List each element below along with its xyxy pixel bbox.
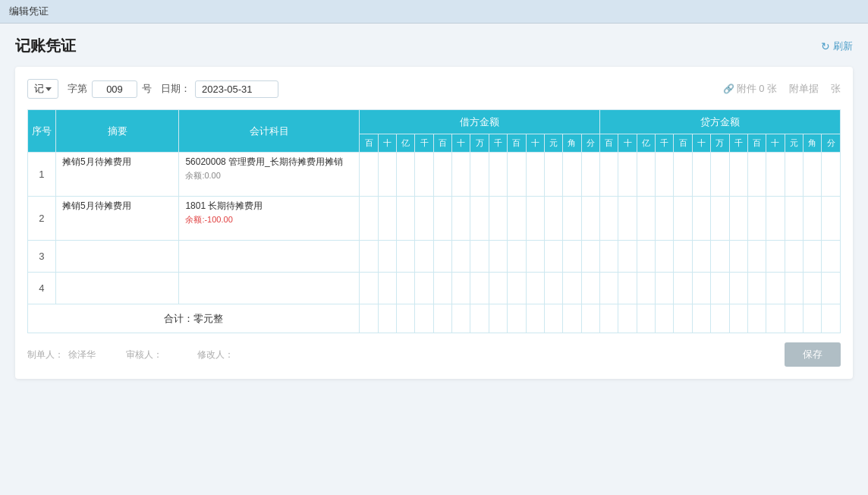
voucher-type-dropdown[interactable]: 记 [27,79,58,99]
row3-summary[interactable] [55,241,178,273]
r3d12[interactable] [563,241,581,273]
r1d3[interactable] [397,153,415,197]
r1c4[interactable] [656,153,674,197]
r3d10[interactable] [526,241,544,273]
r2c6[interactable] [692,197,710,241]
r4c8[interactable] [729,273,747,304]
r2d12[interactable] [563,197,581,241]
r2d10[interactable] [526,197,544,241]
row4-account[interactable] [179,273,360,304]
r3c9[interactable] [747,241,766,273]
r3c10[interactable] [766,241,785,273]
r1c11[interactable] [785,153,803,197]
r1c13[interactable] [822,153,841,197]
row1-summary[interactable]: 摊销5月待摊费用 [55,153,178,197]
r2c13[interactable] [822,197,841,241]
r4c5[interactable] [674,273,692,304]
r2d9[interactable] [508,197,526,241]
r4c1[interactable] [600,273,618,304]
r4c7[interactable] [711,273,729,304]
r3c13[interactable] [822,241,841,273]
r4c6[interactable] [692,273,710,304]
r2c2[interactable] [618,197,637,241]
r4d10[interactable] [526,273,544,304]
r3c2[interactable] [618,241,637,273]
attachment-link[interactable]: 🔗 附件 0 张 [723,82,777,96]
r1c12[interactable] [803,153,821,197]
r4c2[interactable] [618,273,637,304]
r1d4[interactable] [415,153,433,197]
r1d2[interactable] [378,153,396,197]
r4d6[interactable] [452,273,470,304]
r2d3[interactable] [397,197,415,241]
date-input[interactable] [195,80,278,98]
r4d3[interactable] [397,273,415,304]
r2c11[interactable] [785,197,803,241]
r1d11[interactable] [544,153,562,197]
r1c6[interactable] [692,153,710,197]
r4d4[interactable] [415,273,433,304]
r1d5[interactable] [433,153,451,197]
r4d7[interactable] [470,273,489,304]
r1c10[interactable] [766,153,785,197]
r4d1[interactable] [360,273,378,304]
r3d13[interactable] [581,241,599,273]
r3d4[interactable] [415,241,433,273]
r1d6[interactable] [452,153,470,197]
r3d11[interactable] [544,241,562,273]
r2c4[interactable] [656,197,674,241]
r3d8[interactable] [489,241,507,273]
r3d6[interactable] [452,241,470,273]
r3d3[interactable] [397,241,415,273]
r2d11[interactable] [544,197,562,241]
r1c9[interactable] [747,153,766,197]
r2d5[interactable] [433,197,451,241]
r4d2[interactable] [378,273,396,304]
r2d1[interactable] [360,197,378,241]
r4c4[interactable] [656,273,674,304]
r2d8[interactable] [489,197,507,241]
r1c2[interactable] [618,153,637,197]
r4c11[interactable] [785,273,803,304]
r3c3[interactable] [637,241,655,273]
r1d7[interactable] [470,153,489,197]
r2d6[interactable] [452,197,470,241]
r1d12[interactable] [563,153,581,197]
r2c1[interactable] [600,197,618,241]
row1-account[interactable]: 56020008 管理费用_长期待摊费用摊销 余额:0.00 [179,153,360,197]
r4c13[interactable] [822,273,841,304]
r4d9[interactable] [508,273,526,304]
r1c5[interactable] [674,153,692,197]
r2c12[interactable] [803,197,821,241]
r3c7[interactable] [711,241,729,273]
r4d11[interactable] [544,273,562,304]
r1d8[interactable] [489,153,507,197]
r4d5[interactable] [433,273,451,304]
r3c12[interactable] [803,241,821,273]
r2d4[interactable] [415,197,433,241]
r2c7[interactable] [711,197,729,241]
r3d9[interactable] [508,241,526,273]
r3c4[interactable] [656,241,674,273]
refresh-button[interactable]: ↻ 刷新 [821,39,853,53]
voucher-number-input[interactable] [92,80,137,98]
r4c12[interactable] [803,273,821,304]
r2c5[interactable] [674,197,692,241]
r4c9[interactable] [747,273,766,304]
r4c3[interactable] [637,273,655,304]
r1c7[interactable] [711,153,729,197]
r3c5[interactable] [674,241,692,273]
r3d5[interactable] [433,241,451,273]
r1d10[interactable] [526,153,544,197]
r1d1[interactable] [360,153,378,197]
save-button[interactable]: 保存 [785,342,841,367]
r4d8[interactable] [489,273,507,304]
r1d9[interactable] [508,153,526,197]
row2-account[interactable]: 1801 长期待摊费用 余额:-100.00 [179,197,360,241]
r1c3[interactable] [637,153,655,197]
r2c8[interactable] [729,197,747,241]
r2c10[interactable] [766,197,785,241]
row2-summary[interactable]: 摊销5月待摊费用 [55,197,178,241]
r4d13[interactable] [581,273,599,304]
r3c8[interactable] [729,241,747,273]
